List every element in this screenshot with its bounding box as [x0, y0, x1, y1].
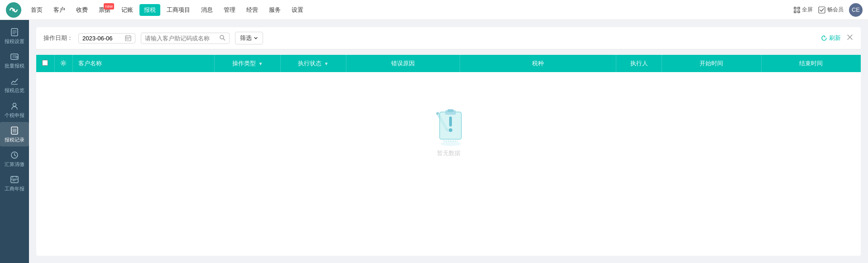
th-end-time: 结束时间	[761, 55, 861, 72]
sidebar-icon-tax-settings	[10, 27, 19, 37]
svg-rect-2	[794, 7, 796, 9]
close-icon	[846, 34, 854, 41]
svg-rect-25	[447, 109, 454, 112]
sidebar-label-batch-tax: 批量报税	[5, 63, 24, 69]
th-op-type[interactable]: 操作类型 ▼	[215, 55, 280, 72]
nav-item-service[interactable]: 服务	[264, 4, 285, 16]
filter-right-controls: 刷新	[821, 34, 854, 43]
th-exec-status[interactable]: 执行状态 ▼	[280, 55, 346, 72]
nav-item-tax[interactable]: 报税	[139, 4, 160, 16]
sidebar-item-tax-record[interactable]: 报税记录	[0, 122, 29, 146]
empty-state-row: 暂无数据	[36, 72, 861, 175]
sidebar-label-personal-tax: 个税申报	[5, 112, 24, 118]
date-input[interactable]	[82, 35, 123, 42]
select-all-checkbox[interactable]	[42, 60, 48, 66]
svg-rect-26	[449, 117, 452, 127]
refresh-button[interactable]: 刷新	[821, 34, 841, 42]
svg-point-1	[12, 9, 15, 11]
th-exec-status-label: 执行状态	[298, 60, 321, 67]
th-client: 客户名称	[72, 55, 215, 72]
svg-rect-16	[128, 39, 129, 39]
th-error-reason-label: 错误原因	[391, 60, 415, 67]
svg-rect-8	[11, 54, 18, 59]
th-start-time: 开始时间	[662, 55, 761, 72]
sidebar-item-tax-overview[interactable]: 报税总览	[0, 73, 29, 97]
search-input[interactable]	[145, 35, 217, 42]
empty-text: 暂无数据	[437, 149, 460, 157]
nav-item-operation[interactable]: 经营	[242, 4, 263, 16]
nav-item-invoice[interactable]: 票据new	[94, 4, 115, 16]
filter-label-text: 筛选	[240, 34, 252, 42]
search-wrapper	[141, 33, 230, 44]
sidebar-item-batch-tax[interactable]: 批量报税	[0, 48, 29, 73]
sidebar-label-tax-record: 报税记录	[5, 137, 24, 143]
sidebar-icon-settlement	[10, 150, 19, 160]
sidebar-label-tax-settings: 报税设置	[5, 39, 24, 44]
svg-rect-14	[125, 36, 131, 41]
member-label: 畅会员	[827, 6, 844, 14]
search-icon	[219, 34, 225, 41]
nav-item-billing[interactable]: 收费	[72, 4, 92, 16]
sidebar-item-tax-settings[interactable]: 报税设置	[0, 24, 29, 48]
sidebar-icon-tax-overview	[10, 76, 19, 86]
fullscreen-icon	[794, 7, 800, 13]
nav-item-bookkeeping[interactable]: 记账	[117, 4, 138, 16]
th-checkbox[interactable]	[36, 55, 54, 72]
search-button[interactable]	[219, 34, 225, 42]
th-client-label: 客户名称	[78, 60, 102, 67]
sidebar-icon-batch-tax	[10, 52, 19, 62]
th-tax-type: 税种	[460, 55, 616, 72]
member-button[interactable]: 畅会员	[818, 6, 844, 14]
sidebar-item-settlement[interactable]: 汇算清缴	[0, 146, 29, 171]
badge-invoice: new	[104, 3, 114, 10]
sidebar-icon-personal-tax	[10, 101, 19, 111]
th-error-reason: 错误原因	[346, 55, 460, 72]
sidebar-label-settlement: 汇算清缴	[5, 161, 24, 167]
member-icon	[818, 6, 825, 14]
svg-rect-3	[798, 7, 800, 9]
avatar-text: CE	[852, 6, 860, 13]
nav-item-message[interactable]: 消息	[197, 4, 217, 16]
svg-point-27	[449, 128, 452, 132]
nav-item-manage[interactable]: 管理	[219, 4, 240, 16]
close-button[interactable]	[846, 34, 854, 43]
filter-button[interactable]: 筛选	[235, 32, 263, 44]
sidebar-item-personal-tax[interactable]: 个税申报	[0, 97, 29, 122]
th-gear[interactable]	[54, 55, 72, 72]
table-container: 客户名称 操作类型 ▼ 执行状态 ▼ 错误原因	[36, 55, 861, 256]
th-executor: 执行人	[616, 55, 662, 72]
sidebar-icon-annual-report	[10, 175, 19, 185]
svg-point-10	[13, 103, 16, 106]
empty-illustration	[426, 99, 471, 149]
th-start-time-label: 开始时间	[700, 60, 723, 67]
date-picker[interactable]	[78, 33, 135, 44]
svg-point-18	[62, 62, 64, 64]
svg-point-9	[16, 56, 18, 58]
table-header-row: 客户名称 操作类型 ▼ 执行状态 ▼ 错误原因	[36, 55, 861, 72]
nav-item-customer[interactable]: 客户	[49, 4, 70, 16]
content-area: 操作日期：	[29, 20, 868, 263]
refresh-label: 刷新	[829, 34, 841, 42]
sort-icon-exec-status: ▼	[324, 61, 329, 66]
refresh-icon	[821, 35, 827, 41]
fullscreen-button[interactable]: 全屏	[794, 6, 813, 14]
svg-point-29	[441, 141, 460, 146]
svg-rect-13	[11, 176, 18, 183]
nav-item-settings[interactable]: 设置	[287, 4, 308, 16]
svg-rect-15	[126, 39, 127, 39]
fullscreen-label: 全屏	[802, 6, 813, 14]
data-table: 客户名称 操作类型 ▼ 执行状态 ▼ 错误原因	[36, 55, 861, 175]
th-end-time-label: 结束时间	[799, 60, 823, 67]
empty-state: 暂无数据	[36, 72, 861, 175]
chevron-down-icon	[254, 36, 258, 40]
sidebar-item-annual-report[interactable]: 工商年报	[0, 171, 29, 195]
top-nav-right: 全屏 畅会员 CE	[794, 3, 863, 17]
nav-item-home[interactable]: 首页	[26, 4, 47, 16]
calendar-icon	[125, 35, 131, 41]
th-op-type-label: 操作类型	[232, 60, 256, 67]
nav-item-business[interactable]: 工商项目	[162, 4, 195, 16]
avatar[interactable]: CE	[849, 3, 863, 17]
date-label: 操作日期：	[43, 34, 73, 42]
app-logo[interactable]	[5, 2, 22, 18]
svg-rect-4	[794, 11, 796, 13]
